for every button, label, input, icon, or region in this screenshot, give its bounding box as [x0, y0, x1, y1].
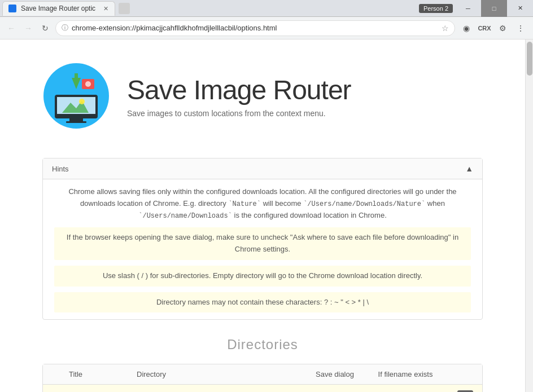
scrollbar-track[interactable]: [525, 39, 533, 392]
svg-rect-12: [75, 73, 78, 81]
maximize-button[interactable]: □: [481, 0, 507, 17]
svg-point-8: [79, 99, 85, 104]
lock-icon: ⓘ: [62, 23, 68, 33]
hero-section: Save Image Router Save images to custom …: [42, 51, 483, 141]
hints-row-1: Chrome allows saving files only within t…: [54, 186, 471, 222]
minimize-button[interactable]: ─: [455, 0, 481, 17]
hints-row-3: Use slash ( / ) for sub-directories. Emp…: [54, 266, 471, 287]
person-label: Person 2: [419, 4, 453, 13]
bookmark-icon[interactable]: ☆: [442, 24, 449, 33]
header-if-exists: If filename exists: [366, 370, 445, 378]
page-content: Save Image Router Save images to custom …: [20, 39, 505, 392]
menu-button[interactable]: ⋮: [513, 20, 528, 36]
tab-title: Save Image Router optic: [21, 5, 97, 12]
hints-box: Hints ▲ Chrome allows saving files only …: [42, 158, 483, 320]
new-tab-button[interactable]: [119, 3, 130, 14]
header-title: Title: [69, 370, 137, 378]
directories-table: Title Directory Save dialog If filename …: [42, 364, 483, 392]
tab-favicon: [8, 5, 16, 12]
table-row: ☰ Default ✕ rename 🗑: [43, 385, 482, 392]
hints-text-2: If the browser keeps opening the save di…: [67, 233, 458, 253]
tab-close-button[interactable]: ✕: [101, 4, 110, 13]
title-bar: Save Image Router optic ✕ Person 2 ─ □ ✕: [0, 0, 533, 17]
hero-text: Save Image Router Save images to custom …: [127, 74, 351, 118]
back-button[interactable]: ←: [5, 21, 18, 35]
hints-row-2: If the browser keeps opening the save di…: [54, 227, 471, 260]
hints-code-downloads: `/Users/name/Downloads`: [138, 212, 232, 220]
hints-header: Hints ▲: [43, 158, 482, 179]
address-bar: ← → ↻ ⓘ chrome-extension://pkimacjjcahfl…: [0, 17, 533, 39]
browser-content: Save Image Router Save images to custom …: [0, 39, 525, 392]
directories-title: Directories: [42, 337, 483, 353]
browser-content-wrapper: Save Image Router Save images to custom …: [0, 39, 533, 392]
title-bar-left: Save Image Router optic ✕: [2, 1, 419, 16]
extensions-icon[interactable]: ⚙: [495, 20, 510, 36]
hints-title: Hints: [52, 165, 69, 173]
hints-text-when: when: [425, 199, 445, 208]
forward-button[interactable]: →: [21, 21, 35, 35]
browser-tab[interactable]: Save Image Router optic ✕: [2, 1, 115, 16]
header-directory: Directory: [137, 370, 304, 378]
scrollbar-thumb[interactable]: [527, 42, 532, 76]
window-controls: Person 2 ─ □ ✕: [419, 0, 533, 17]
url-text: chrome-extension://pkimacjjcahflldkhofmd…: [72, 24, 438, 32]
table-header: Title Directory Save dialog If filename …: [43, 364, 482, 385]
hints-text-post: is the configured download location in C…: [232, 211, 387, 219]
app-title: Save Image Router: [127, 74, 351, 105]
hints-row-4: Directory names may not contain these ch…: [54, 292, 471, 313]
hints-toggle-button[interactable]: ▲: [465, 164, 473, 173]
hints-text-3: Use slash ( / ) for sub-directories. Emp…: [103, 271, 422, 280]
hints-body: Chrome allows saving files only within t…: [43, 179, 482, 319]
toolbar-icons: ◉ CRX ⚙ ⋮: [458, 20, 528, 36]
shield-icon[interactable]: ◉: [458, 20, 474, 36]
hints-code-nature: `Nature`: [228, 200, 261, 208]
header-save-dialog: Save dialog: [304, 370, 366, 378]
crx-icon[interactable]: CRX: [477, 20, 492, 36]
close-button[interactable]: ✕: [507, 0, 533, 17]
url-bar[interactable]: ⓘ chrome-extension://pkimacjjcahflldkhof…: [55, 20, 455, 36]
hints-code-path: `/Users/name/Downloads/Nature`: [303, 200, 425, 208]
app-subtitle: Save images to custom locations from the…: [127, 109, 351, 118]
hints-text-become: will become: [261, 199, 303, 208]
app-logo: [42, 62, 110, 130]
svg-point-10: [85, 81, 91, 87]
svg-rect-3: [69, 118, 83, 121]
svg-rect-4: [66, 121, 86, 123]
refresh-button[interactable]: ↻: [38, 21, 52, 35]
hints-text-4: Directory names may not contain these ch…: [156, 298, 369, 306]
